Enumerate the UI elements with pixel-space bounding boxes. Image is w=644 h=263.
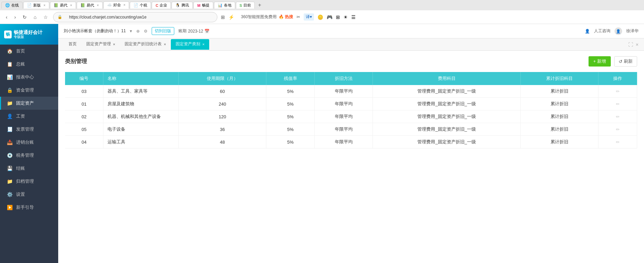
sidebar-item-ledger[interactable]: 📋 总账	[0, 58, 58, 71]
lightning-icon: ⚡	[228, 14, 234, 20]
col-name: 名称	[103, 72, 178, 85]
archive-icon: 📁	[7, 179, 13, 184]
tab-close-icon[interactable]: ×	[202, 42, 204, 46]
tab-depreciation[interactable]: 固定资产折旧统计表 ×	[120, 39, 171, 50]
cell-ops[interactable]: ✏	[598, 98, 637, 110]
sidebar-item-archive[interactable]: 📁 归档管理	[0, 175, 58, 188]
sidebar-item-label: 税务管理	[16, 152, 34, 158]
new-tab-btn[interactable]: +	[255, 2, 264, 8]
tab-close-icon[interactable]: ×	[164, 42, 166, 46]
url-input[interactable]	[64, 13, 213, 21]
browser-tab-qiye[interactable]: C 企业	[152, 2, 171, 9]
sidebar-item-fixed-assets[interactable]: 📁 固定资产	[0, 97, 58, 110]
header-period: 账期 2023-12 📅	[178, 28, 210, 34]
edit-icon[interactable]: ✏	[616, 127, 620, 132]
edit-icon[interactable]: ✏	[616, 114, 620, 119]
browser-tab-zaixian[interactable]: 🌐 在线	[1, 2, 23, 9]
browser-tab-changti[interactable]: M 畅提	[193, 2, 213, 9]
browser-tab-yidai1[interactable]: 📗 易代 ×	[50, 2, 76, 9]
browser-tab-geshuei[interactable]: 📄 个税	[130, 2, 151, 9]
sidebar-item-invoice[interactable]: 🧾 发票管理	[0, 123, 58, 136]
tab-fixed-mgmt[interactable]: 固定资产管理 ×	[81, 39, 120, 50]
cell-id: 04	[65, 136, 103, 148]
sidebar-item-home[interactable]: 🏠 首页	[0, 45, 58, 58]
sidebar-item-payroll[interactable]: 👤 工资	[0, 110, 58, 123]
col-id: 编号	[65, 72, 103, 85]
hot-label[interactable]: 🔥 热搜	[279, 14, 293, 20]
cell-method: 年限平均	[315, 85, 373, 98]
close-content-icon[interactable]: ×	[636, 42, 639, 47]
action-buttons: + 新增 ↺ 刷新	[589, 56, 637, 67]
calendar-icon[interactable]: 📅	[204, 29, 210, 34]
cell-ops[interactable]: ✏	[598, 136, 637, 148]
header-bar: 刘小艳演示帐套（勿删勿动！）11 ▾ ⊕ ⚙ 切到旧版 账期 2023-12 📅…	[58, 24, 644, 38]
maximize-icon[interactable]: ⛶	[628, 42, 633, 47]
sidebar-item-reports[interactable]: 📊 报表中心	[0, 71, 58, 84]
sidebar-item-inventory[interactable]: 📥 进销台账	[0, 136, 58, 149]
home-button[interactable]: ⌂	[32, 14, 38, 21]
add-button[interactable]: + 新增	[589, 56, 611, 67]
table-row: 04 运输工具 48 5% 年限平均 管理费用_固定资产折旧_一级 累计折旧 ✏	[65, 136, 637, 148]
star-button[interactable]: ☆	[42, 14, 50, 21]
edit-icon[interactable]: ✏	[616, 89, 620, 94]
user-dropdown-icon[interactable]: ▾	[130, 28, 132, 34]
sidebar-item-funds[interactable]: 🔒 资金管理	[0, 84, 58, 97]
app-container: 畅 畅捷通好会计 专版版 🏠 首页 📋 总账 📊 报表中心 🔒 资金管理 📁 固…	[0, 24, 644, 263]
tab-close-icon[interactable]: ×	[113, 42, 115, 46]
browser-tab-muqian[interactable]: S 目前	[236, 2, 255, 9]
cell-months: 60	[178, 85, 266, 98]
cell-months: 48	[178, 136, 266, 148]
sidebar-item-tax[interactable]: 💿 税务管理	[0, 149, 58, 162]
grid-icon[interactable]: ⊞	[336, 14, 340, 20]
invoice-icon: 🧾	[7, 127, 13, 132]
browser-tab-tencent[interactable]: 🐧 腾讯	[172, 2, 193, 9]
sidebar-item-guide[interactable]: ▶️ 新手引导	[0, 201, 58, 214]
cell-ops[interactable]: ✏	[598, 110, 637, 123]
user-settings-icon[interactable]: ⚙	[144, 29, 148, 34]
refresh-button[interactable]: ↺ 刷新	[614, 56, 637, 67]
browser-tab-gedi[interactable]: 📊 各地	[214, 2, 235, 9]
col-months: 使用期限（月）	[178, 72, 266, 85]
cell-expense: 管理费用_固定资产折旧_一级	[373, 85, 521, 98]
switch-version-button[interactable]: 切到旧版	[152, 27, 174, 35]
browser-tab-yidai2[interactable]: 📗 易代 ×	[77, 2, 103, 9]
cell-ops[interactable]: ✏	[598, 85, 637, 98]
edit-icon[interactable]: ✏	[616, 140, 620, 145]
search-area: 360智能抠图免费用 🔥 热搜	[241, 14, 293, 20]
cell-ops[interactable]: ✏	[598, 123, 637, 136]
sidebar-item-closing[interactable]: 💾 结账	[0, 162, 58, 175]
sidebar-item-label: 固定资产	[16, 100, 34, 106]
tab-label: 固定资产类别	[176, 41, 200, 47]
forward-button[interactable]: ›	[13, 14, 18, 21]
cell-accum: 累计折旧	[520, 110, 598, 123]
browser-tab-xinban[interactable]: 📄 新版 ×	[23, 2, 49, 9]
table-row: 05 电子设备 36 5% 年限平均 管理费用_固定资产折旧_一级 累计折旧 ✏	[65, 123, 637, 136]
sidebar-item-label: 结账	[16, 165, 25, 171]
coin-icon: 🪙	[317, 14, 323, 20]
reload-button[interactable]: ↻	[21, 14, 28, 21]
cell-method: 年限平均	[315, 136, 373, 148]
cell-method: 年限平均	[315, 98, 373, 110]
cell-name: 房屋及建筑物	[103, 98, 178, 110]
period-label: 账期	[178, 28, 187, 34]
cell-name: 机器、机械和其他生产设备	[103, 110, 178, 123]
sidebar-item-label: 资金管理	[16, 87, 34, 93]
user-actions-icon[interactable]: ⊕	[136, 29, 140, 34]
tab-label: 固定资产管理	[86, 41, 111, 47]
cell-accum: 累计折旧	[520, 136, 598, 148]
menu-icon[interactable]: ☰	[351, 14, 356, 20]
cell-id: 01	[65, 98, 103, 110]
reports-icon: 📊	[7, 74, 13, 80]
browser-tab-haohui[interactable]: ☁️ 好会 ×	[103, 1, 129, 9]
tab-home[interactable]: 首页	[64, 39, 81, 50]
cell-accum: 累计折旧	[520, 85, 598, 98]
header-username: 徐泽华	[626, 28, 639, 34]
back-button[interactable]: ‹	[4, 14, 9, 21]
sidebar-item-settings[interactable]: ⚙️ 设置	[0, 188, 58, 201]
edit-icon[interactable]: ✏	[616, 101, 620, 107]
sidebar-item-label: 总账	[16, 61, 25, 67]
tab-category[interactable]: 固定资产类别 ×	[171, 39, 209, 50]
support-label[interactable]: 人工咨询	[594, 28, 610, 34]
tab-label: 固定资产折旧统计表	[125, 41, 162, 47]
translate-icon[interactable]: 译▾	[304, 13, 314, 21]
